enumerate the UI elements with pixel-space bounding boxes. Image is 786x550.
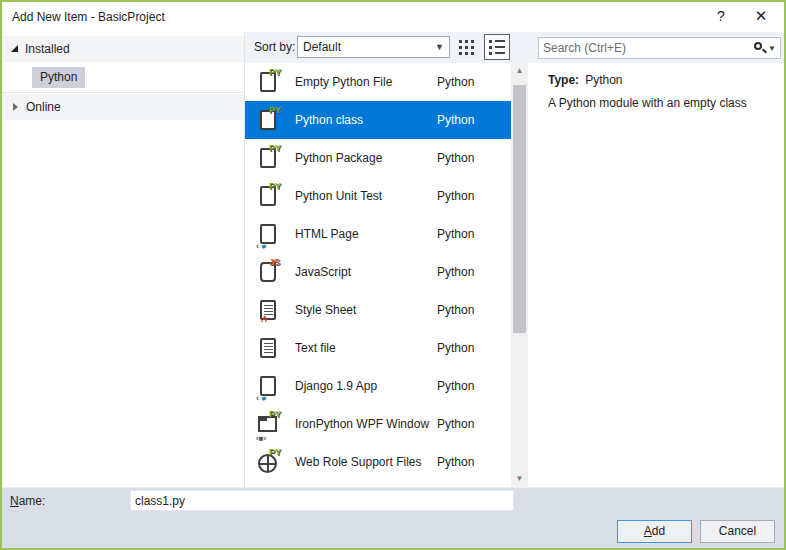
item-type: Python — [437, 455, 474, 469]
web-role-icon: PY — [257, 447, 283, 477]
list-view-button[interactable] — [484, 34, 510, 60]
type-value: Python — [585, 73, 622, 87]
item-type: Python — [437, 151, 474, 165]
chevron-down-icon: ▼ — [435, 37, 444, 57]
type-label: Type: — [548, 73, 579, 87]
html-page-icon — [257, 219, 283, 249]
python-file-icon: PY — [257, 181, 283, 211]
item-type: Python — [437, 113, 474, 127]
item-name: Python Unit Test — [295, 189, 382, 203]
python-label: Python — [32, 67, 85, 88]
search-box[interactable]: ▼ — [538, 37, 781, 59]
add-button[interactable]: Add — [617, 520, 692, 543]
list-item-empty-python-file[interactable]: PY Empty Python File Python — [245, 63, 511, 101]
expanded-triangle-icon — [11, 45, 18, 52]
collapsed-triangle-icon — [13, 103, 18, 111]
list-item-django-app[interactable]: Django 1.9 App Python — [245, 367, 511, 405]
item-name: IronPython WPF Window — [295, 417, 429, 431]
add-accesskey: A — [644, 524, 652, 538]
item-type: Python — [437, 379, 474, 393]
cancel-button[interactable]: Cancel — [700, 520, 775, 543]
item-type: Python — [437, 75, 474, 89]
list-item-javascript[interactable]: JS JavaScript Python — [245, 253, 511, 291]
list-item-style-sheet[interactable]: Style Sheet Python — [245, 291, 511, 329]
item-name: Empty Python File — [295, 75, 392, 89]
sort-by-value: Default — [303, 40, 341, 54]
item-name: JavaScript — [295, 265, 351, 279]
name-label: Name: — [10, 494, 45, 508]
scroll-up-icon[interactable]: ▲ — [511, 63, 528, 79]
close-button[interactable]: ✕ — [744, 2, 778, 30]
item-name: Text file — [295, 341, 336, 355]
django-app-icon — [257, 371, 283, 401]
item-name: HTML Page — [295, 227, 359, 241]
sidebar-item-online[interactable]: Online — [2, 94, 244, 120]
scrollbar-thumb[interactable] — [513, 85, 526, 333]
list-toolbar: Sort by: Default ▼ ▼ — [245, 32, 784, 63]
item-type: Python — [437, 303, 474, 317]
search-dropdown-icon[interactable]: ▼ — [768, 44, 776, 53]
item-name: Python class — [295, 113, 363, 127]
search-icon[interactable] — [754, 42, 762, 50]
list-item-html-page[interactable]: HTML Page Python — [245, 215, 511, 253]
item-type: Python — [437, 417, 474, 431]
sidebar-item-installed[interactable]: Installed — [2, 36, 244, 62]
list-item-python-class[interactable]: PY Python class Python — [245, 101, 511, 139]
item-name: Django 1.9 App — [295, 379, 377, 393]
wpf-window-icon: PY — [257, 409, 283, 439]
template-list: PY Empty Python File Python PY Python cl… — [245, 63, 511, 487]
installed-label: Installed — [25, 42, 70, 56]
add-new-item-dialog: Add New Item - BasicProject ? ✕ Installe… — [0, 0, 786, 550]
small-icons-view-button[interactable] — [457, 38, 477, 57]
sort-by-label: Sort by: — [254, 40, 295, 54]
scroll-down-icon[interactable]: ▼ — [511, 471, 528, 487]
python-file-icon: PY — [257, 105, 283, 135]
list-item-ironpython-wpf-window[interactable]: PY IronPython WPF Window Python — [245, 405, 511, 443]
text-file-icon — [257, 333, 283, 363]
search-input[interactable] — [543, 39, 743, 57]
list-item-text-file[interactable]: Text file Python — [245, 329, 511, 367]
javascript-icon: JS — [257, 257, 283, 287]
item-name: Web Role Support Files — [295, 455, 422, 469]
help-button[interactable]: ? — [704, 2, 738, 30]
python-file-icon: PY — [257, 67, 283, 97]
title-bar[interactable]: Add New Item - BasicProject ? ✕ — [2, 2, 784, 32]
list-scrollbar[interactable]: ▲ ▼ — [511, 63, 528, 487]
item-type: Python — [437, 265, 474, 279]
sidebar-divider — [2, 92, 244, 93]
sidebar-item-python[interactable]: Python — [2, 64, 244, 90]
name-input[interactable] — [130, 490, 514, 511]
item-name: Style Sheet — [295, 303, 356, 317]
item-type: Python — [437, 341, 474, 355]
item-type: Python — [437, 227, 474, 241]
sort-by-combobox[interactable]: Default ▼ — [297, 36, 450, 58]
list-item-web-role-support-files[interactable]: PY Web Role Support Files Python — [245, 443, 511, 481]
dialog-title: Add New Item - BasicProject — [12, 10, 165, 24]
type-row: Type:Python — [548, 73, 622, 87]
small-icons-icon — [459, 40, 475, 55]
template-description: A Python module with an empty class — [548, 96, 776, 110]
list-item-python-unit-test[interactable]: PY Python Unit Test Python — [245, 177, 511, 215]
add-label-rest: dd — [652, 524, 665, 538]
item-type: Python — [437, 189, 474, 203]
footer-bar: Name: Add Cancel — [2, 487, 784, 548]
name-label-accesskey: N — [10, 494, 19, 508]
list-view-icon — [489, 40, 505, 54]
details-pane: Type:Python A Python module with an empt… — [534, 63, 784, 487]
name-label-rest: ame: — [19, 494, 46, 508]
online-label: Online — [26, 100, 61, 114]
style-sheet-icon — [257, 295, 283, 325]
item-name: Python Package — [295, 151, 382, 165]
list-item-python-package[interactable]: PY Python Package Python — [245, 139, 511, 177]
category-sidebar: Installed Python Online — [2, 32, 244, 487]
python-file-icon: PY — [257, 143, 283, 173]
